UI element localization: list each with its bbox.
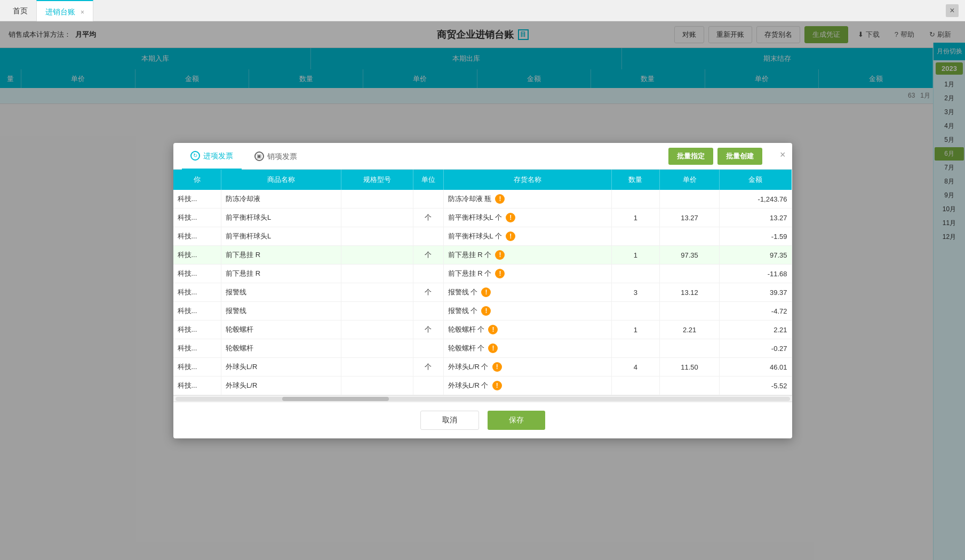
cell-unit [413, 339, 443, 358]
cell-product: 防冻冷却液 [221, 190, 341, 209]
warning-icon: ! [506, 231, 515, 241]
tab-xiaoxiang[interactable]: ▣ 销项发票 [246, 143, 306, 170]
cell-quantity [611, 339, 659, 358]
cell-price [659, 339, 720, 358]
table-row[interactable]: 科技... 报警线 报警线 个 ! -4.72 [173, 302, 792, 321]
main-content: 销售成本计算方法： 月平均 商贸企业进销台账 目 对账 重新开账 存货别名 生成… [0, 21, 965, 560]
col-inventory: 存货名称 [443, 170, 611, 190]
cell-quantity: 1 [611, 246, 659, 265]
tab-bar: 首页 进销台账 × × [0, 0, 965, 21]
batch-create-button[interactable]: 批量创建 [717, 148, 762, 165]
modal-header-actions: 批量指定 批量创建 [668, 148, 784, 165]
cell-inventory: 报警线 个 ! [443, 302, 611, 321]
cell-spec [341, 283, 413, 302]
scrollbar-track[interactable] [176, 397, 790, 401]
warning-icon: ! [495, 269, 505, 278]
save-button[interactable]: 保存 [488, 411, 545, 430]
cell-price [659, 377, 720, 395]
cell-unit: 个 [413, 321, 443, 339]
warning-icon: ! [488, 325, 498, 334]
tab-close-icon[interactable]: × [81, 9, 84, 16]
cell-company: 科技... [173, 265, 221, 283]
cell-company: 科技... [173, 339, 221, 358]
warning-icon: ! [506, 213, 515, 222]
cell-amount: -1,243.76 [720, 190, 792, 209]
tab-home[interactable]: 首页 [4, 0, 36, 21]
cell-amount: -11.68 [720, 265, 792, 283]
cell-company: 科技... [173, 302, 221, 321]
cell-product: 前下悬挂 R [221, 246, 341, 265]
cell-inventory: 轮毂螺杆 个 ! [443, 339, 611, 358]
table-row[interactable]: 科技... 前下悬挂 R 前下悬挂 R 个 ! -11.68 [173, 265, 792, 283]
cell-company: 科技... [173, 283, 221, 302]
cell-spec [341, 227, 413, 246]
warning-icon: ! [495, 250, 505, 260]
cell-price: 13.12 [659, 283, 720, 302]
col-product-name: 商品名称 [221, 170, 341, 190]
cell-unit [413, 190, 443, 209]
col-amount: 金额 [720, 170, 792, 190]
table-row[interactable]: 科技... 外球头L/R 个 外球头L/R 个 ! 4 11.50 46.01 [173, 358, 792, 377]
tab-jinxiang[interactable]: ↻ 进项发票 [182, 143, 242, 170]
cell-spec [341, 339, 413, 358]
table-row[interactable]: 科技... 轮毂螺杆 轮毂螺杆 个 ! -0.27 [173, 339, 792, 358]
cell-inventory: 前平衡杆球头L 个 ! [443, 209, 611, 227]
modal-overlay: ↻ 进项发票 ▣ 销项发票 批量指定 批量创建 × [0, 21, 965, 560]
cell-inventory: 外球头L/R 个 ! [443, 358, 611, 377]
table-row[interactable]: 科技... 前平衡杆球头L 个 前平衡杆球头L 个 ! 1 13.27 13.2… [173, 209, 792, 227]
cell-amount: -4.72 [720, 302, 792, 321]
col-unit: 单位 [413, 170, 443, 190]
cell-unit: 个 [413, 209, 443, 227]
cell-amount: 2.21 [720, 321, 792, 339]
modal-close-button[interactable]: × [780, 149, 786, 161]
tab-ledger[interactable]: 进销台账 × [36, 0, 93, 21]
cell-product: 报警线 [221, 283, 341, 302]
cell-inventory: 前下悬挂 R 个 ! [443, 265, 611, 283]
cell-amount: 39.37 [720, 283, 792, 302]
cell-amount: 13.27 [720, 209, 792, 227]
cell-inventory: 防冻冷却液 瓶 ! [443, 190, 611, 209]
modal-scrollbar[interactable] [173, 395, 792, 402]
cell-price [659, 227, 720, 246]
table-header-row: 你 商品名称 规格型号 单位 存 [173, 170, 792, 190]
cell-price: 97.35 [659, 246, 720, 265]
cell-inventory: 前下悬挂 R 个 ! [443, 246, 611, 265]
batch-assign-button[interactable]: 批量指定 [668, 148, 713, 165]
cell-quantity [611, 302, 659, 321]
cell-quantity: 4 [611, 358, 659, 377]
cell-quantity [611, 377, 659, 395]
col-spec: 规格型号 [341, 170, 413, 190]
cancel-button[interactable]: 取消 [420, 411, 479, 430]
cell-quantity [611, 190, 659, 209]
scrollbar-thumb[interactable] [282, 397, 389, 401]
cell-unit: 个 [413, 358, 443, 377]
cell-price [659, 190, 720, 209]
table-row[interactable]: 科技... 前下悬挂 R 个 前下悬挂 R 个 ! 1 97.35 97.35 [173, 246, 792, 265]
window-close-button[interactable]: × [946, 4, 959, 17]
table-row[interactable]: 科技... 防冻冷却液 防冻冷却液 瓶 ! -1,243.76 [173, 190, 792, 209]
cell-unit [413, 377, 443, 395]
cell-spec [341, 321, 413, 339]
cell-product: 外球头L/R [221, 377, 341, 395]
cell-company: 科技... [173, 358, 221, 377]
table-row[interactable]: 科技... 前平衡杆球头L 前平衡杆球头L 个 ! -1.59 [173, 227, 792, 246]
modal-footer: 取消 保存 [173, 402, 792, 438]
cell-product: 报警线 [221, 302, 341, 321]
warning-icon: ! [495, 194, 505, 204]
cell-price: 13.27 [659, 209, 720, 227]
jinxiang-tab-icon: ↻ [190, 151, 200, 161]
cell-product: 轮毂螺杆 [221, 321, 341, 339]
cell-amount: -5.52 [720, 377, 792, 395]
table-row[interactable]: 科技... 报警线 个 报警线 个 ! 3 13.12 39.37 [173, 283, 792, 302]
cell-quantity: 3 [611, 283, 659, 302]
cell-product: 轮毂螺杆 [221, 339, 341, 358]
table-row[interactable]: 科技... 轮毂螺杆 个 轮毂螺杆 个 ! 1 2.21 2.21 [173, 321, 792, 339]
cell-unit: 个 [413, 283, 443, 302]
cell-unit [413, 302, 443, 321]
table-row[interactable]: 科技... 外球头L/R 外球头L/R 个 ! -5.52 [173, 377, 792, 395]
cell-spec [341, 377, 413, 395]
cell-company: 科技... [173, 209, 221, 227]
cell-quantity [611, 227, 659, 246]
modal-dialog: ↻ 进项发票 ▣ 销项发票 批量指定 批量创建 × [173, 143, 792, 438]
cell-price: 2.21 [659, 321, 720, 339]
